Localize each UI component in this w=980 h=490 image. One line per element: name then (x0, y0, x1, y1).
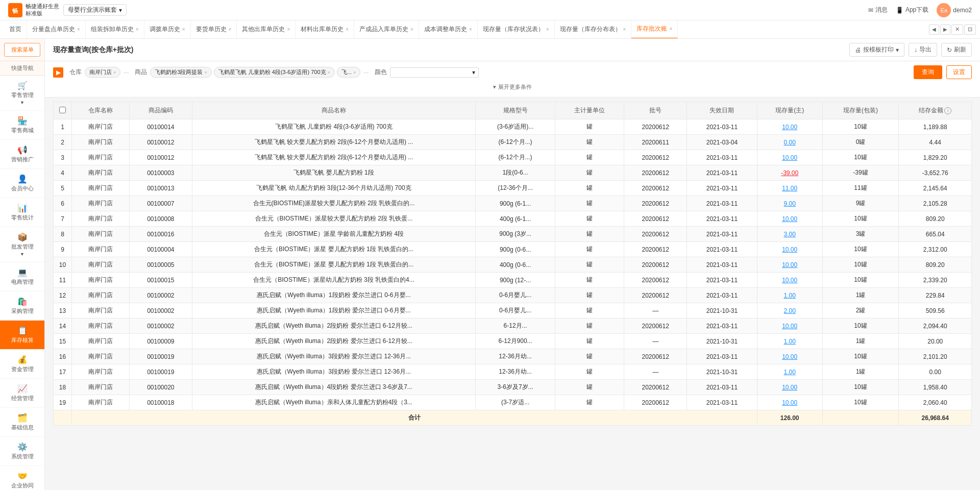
color-input-field[interactable] (394, 69, 470, 76)
close-icon[interactable]: × (410, 27, 413, 32)
cell-amount: 809.20 (899, 211, 972, 227)
close-icon[interactable]: × (182, 27, 185, 32)
close-icon[interactable]: × (136, 27, 139, 32)
th-name: 商品名称 (192, 102, 475, 119)
tab-xiancunl-fenbuo[interactable]: 现存量（库存分布表）× (555, 20, 632, 39)
next-tab-btn[interactable]: ▶ (940, 24, 950, 35)
quick-nav-btn[interactable]: 快捷导航 (0, 61, 44, 76)
tab-zuzhuang[interactable]: 组装拆卸单历史 × (86, 20, 144, 39)
color-input[interactable]: ▾ (390, 67, 479, 78)
export-btn[interactable]: ↓ 导出 (909, 43, 937, 57)
sidebar-item-retail-mgmt[interactable]: 🛒 零售管理 ▼ (0, 76, 44, 111)
sidebar-item-corp[interactable]: 🤝 企业协同 (0, 466, 44, 490)
close-icon[interactable]: × (77, 27, 80, 32)
close-all-tabs-btn[interactable]: ✕ (951, 24, 963, 35)
tab-cailiao[interactable]: 材料出库单历史 × (296, 20, 354, 39)
tab-chancheng[interactable]: 产成品入库单历史 × (354, 20, 419, 39)
tab-fenliang[interactable]: 分量盘点单历史 × (27, 20, 86, 39)
cell-spec: 900g (0-6... (476, 242, 555, 257)
maximize-btn[interactable]: ⊡ (964, 24, 976, 35)
app-download-btn[interactable]: 📱 App下载 (896, 6, 928, 14)
product-tag-1[interactable]: 飞鹤奶粉3段两提装 × (150, 67, 211, 78)
sidebar-item-retail-shop[interactable]: 🏪 零售商城 (0, 111, 44, 140)
tab-diaoboh[interactable]: 调拨单历史 × (144, 20, 191, 39)
chevron-down-icon: ▼ (20, 252, 24, 257)
cell-unit: 罐 (555, 318, 624, 334)
cell-spec: 6-12月... (476, 318, 555, 334)
setting-btn[interactable]: 设置 (946, 65, 972, 79)
tab-yaohuo[interactable]: 要货单历史 × (191, 20, 237, 39)
sidebar-item-basic-info[interactable]: 🗂️ 基础信息 (0, 408, 44, 437)
cell-no: 17 (54, 364, 72, 380)
prev-tab-btn[interactable]: ◀ (929, 24, 939, 35)
sidebar-item-wholesale[interactable]: 📦 批发管理 ▼ (0, 227, 44, 262)
sidebar-item-label: 采购管理 (11, 307, 34, 315)
cell-qty-pkg: 10罐 (822, 395, 899, 410)
cell-batch: — (624, 334, 687, 349)
message-btn[interactable]: ✉ 消息 (868, 6, 888, 14)
refresh-btn[interactable]: ↻ 刷新 (941, 43, 972, 57)
close-icon[interactable]: × (669, 26, 672, 32)
cell-spec: 1段(0-6... (476, 165, 555, 181)
sidebar-item-finance[interactable]: 💰 资金管理 (0, 350, 44, 379)
cell-unit: 罐 (555, 181, 624, 196)
close-icon[interactable]: × (469, 27, 472, 32)
cell-expiry: 2021-03-11 (687, 227, 757, 242)
logo-icon: 畅 (8, 3, 22, 17)
cell-warehouse: 南岸门店 (72, 273, 130, 288)
close-icon[interactable]: × (546, 27, 549, 32)
ecom-icon: 💻 (17, 267, 28, 277)
tab-pici[interactable]: 库存批次账 × (631, 20, 678, 39)
search-menu-btn[interactable]: 搜索菜单 (4, 43, 40, 57)
cell-unit: 罐 (555, 196, 624, 211)
close-icon[interactable]: × (328, 70, 330, 75)
product-more-btn[interactable]: ··· (363, 69, 369, 76)
sidebar-item-label: 营销推广 (11, 156, 34, 163)
sidebar-item-inventory[interactable]: 📋 库存核算 (0, 321, 44, 350)
cell-unit: 罐 (555, 135, 624, 150)
tab-chenben[interactable]: 成本调整单历史 × (419, 20, 478, 39)
close-icon[interactable]: × (113, 70, 116, 75)
cell-batch: 20200612 (624, 273, 687, 288)
cell-qty-main: 10.00 (757, 119, 822, 135)
sidebar-item-marketing[interactable]: 📢 营销推广 (0, 140, 44, 169)
tab-home[interactable]: 首页 (4, 20, 27, 39)
sidebar-item-label: 库存核算 (11, 336, 34, 344)
cell-no: 12 (54, 288, 72, 303)
warehouse-tag-nanao[interactable]: 南岸门店 × (85, 67, 120, 78)
cell-unit: 罐 (555, 119, 624, 135)
query-btn[interactable]: 查询 (914, 65, 942, 79)
sidebar-item-member[interactable]: 👤 会员中心 (0, 169, 44, 198)
cell-amount: -3,652.76 (899, 165, 972, 181)
info-icon[interactable]: i (944, 107, 951, 114)
cell-expiry: 2021-03-11 (687, 181, 757, 196)
print-btn[interactable]: 🖨 按模板打印 ▾ (849, 43, 904, 57)
more-btn[interactable]: ··· (124, 69, 129, 76)
cell-unit: 罐 (555, 211, 624, 227)
user-info[interactable]: Ea demo2 (937, 3, 972, 17)
cell-batch: 20200612 (624, 150, 687, 165)
sidebar-item-retail-stat[interactable]: 📊 零售统计 (0, 198, 44, 227)
expand-more-btn[interactable]: ▾ 展开更多条件 (53, 81, 972, 93)
close-icon[interactable]: × (204, 70, 207, 75)
sidebar-item-purchase[interactable]: 🛍️ 采购管理 (0, 291, 44, 321)
sidebar-item-system[interactable]: ⚙️ 系统管理 (0, 437, 44, 466)
tab-qitachuku[interactable]: 其他出库单历史 × (237, 20, 296, 39)
print-label: 按模板打印 (863, 45, 894, 54)
product-tag-2[interactable]: 飞鹤星飞帆 儿童奶粉 4段(3-6岁适用) 700克 × (214, 67, 335, 78)
account-selector[interactable]: 母婴行业演示账套 ▾ (63, 4, 127, 16)
table-row: 17 南岸门店 00100019 惠氏启赋（Wyeth illuma）3段奶粉 … (54, 364, 972, 380)
cell-qty-main: 10.00 (757, 395, 822, 410)
marketing-icon: 📢 (17, 145, 28, 155)
tab-xiancunl-kucun[interactable]: 现存量（库存状况表）× (478, 20, 555, 39)
sidebar-item-ecom[interactable]: 💻 电商管理 (0, 262, 44, 291)
sidebar-item-operation[interactable]: 📈 经营管理 (0, 379, 44, 408)
close-icon[interactable]: × (353, 70, 356, 75)
expand-filter-btn[interactable]: ▶ (53, 67, 63, 78)
close-icon[interactable]: × (229, 27, 232, 32)
close-icon[interactable]: × (287, 27, 290, 32)
close-icon[interactable]: × (623, 27, 626, 32)
close-icon[interactable]: × (346, 27, 349, 32)
product-tag-more[interactable]: 飞... × (337, 67, 360, 78)
select-all-checkbox[interactable] (59, 107, 66, 113)
